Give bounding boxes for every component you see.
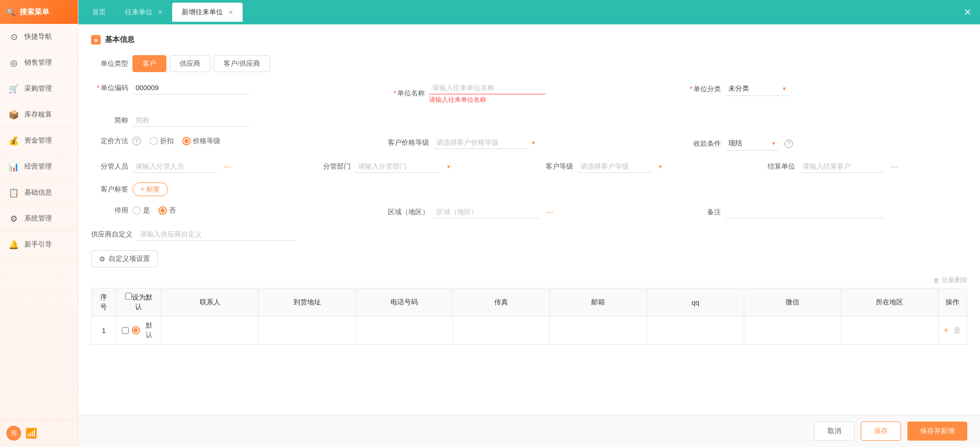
manager-row: 分管人员 ··· 分管部门 ▼ 客户等级 ▼ 结算单位 bbox=[91, 160, 967, 173]
tab-new-partner[interactable]: 新增往来单位 ✕ bbox=[172, 3, 243, 22]
region-group: 区域（地区） ··· bbox=[388, 206, 671, 218]
cell-wechat[interactable] bbox=[744, 317, 841, 345]
user-avatar[interactable]: 用 bbox=[6, 426, 21, 441]
contact-input[interactable] bbox=[167, 327, 253, 335]
supplier-custom-row: 供应商自定义 bbox=[91, 228, 967, 241]
sidebar-item-basic-info[interactable]: 📋 基础信息 bbox=[0, 180, 78, 206]
qq-input[interactable] bbox=[653, 327, 738, 335]
settlement-unit-more-btn[interactable]: ··· bbox=[888, 161, 901, 172]
customer-level-label: 客户等级 bbox=[536, 162, 573, 171]
cell-phone[interactable] bbox=[355, 317, 452, 345]
pricing-discount-radio[interactable]: 折扣 bbox=[149, 136, 174, 146]
unit-type-buttons: 客户 供应商 客户/供应商 bbox=[132, 55, 270, 72]
customer-price-level-input[interactable] bbox=[433, 136, 529, 149]
section-icon: ■ bbox=[91, 35, 101, 45]
tab-new-partner-label: 新增往来单位 bbox=[182, 7, 223, 17]
sidebar-item-finance[interactable]: 💰 资金管理 bbox=[0, 128, 78, 154]
short-name-input[interactable] bbox=[132, 114, 249, 127]
region-more-btn[interactable]: ··· bbox=[544, 207, 556, 218]
row-add-btn[interactable]: + bbox=[944, 326, 949, 335]
customer-price-level-group: 客户价格等级 ▼ bbox=[388, 136, 671, 149]
cell-address[interactable] bbox=[259, 317, 355, 345]
sidebar-label-finance: 资金管理 bbox=[24, 136, 52, 145]
department-label: 分管部门 bbox=[314, 162, 351, 171]
tab-partners[interactable]: 往来单位 ✕ bbox=[115, 3, 172, 22]
type-btn-supplier[interactable]: 供应商 bbox=[170, 55, 210, 72]
region-input[interactable] bbox=[433, 206, 539, 218]
unit-code-group: *单位编码 bbox=[91, 82, 375, 94]
col-actions: 操作 bbox=[938, 288, 967, 317]
sidebar-item-guide[interactable]: 🔔 新手引导 bbox=[0, 232, 78, 258]
sidebar-search[interactable]: 🔍 搜索菜单 bbox=[0, 0, 78, 24]
row-default-circle bbox=[132, 326, 140, 335]
code-name-category-row: *单位编码 *单位名称 请输入往来单位名称 *单位分类 未分类 ▼ bbox=[91, 82, 967, 104]
unit-name-field-wrapper: 请输入往来单位名称 bbox=[429, 82, 546, 104]
settlement-unit-input[interactable] bbox=[799, 160, 884, 173]
pricing-level-radio[interactable]: 价格等级 bbox=[182, 136, 220, 146]
sidebar-item-system[interactable]: ⚙ 系统管理 bbox=[0, 206, 78, 232]
wechat-input[interactable] bbox=[750, 327, 835, 335]
customer-level-group: 客户等级 ▼ bbox=[536, 160, 745, 173]
sidebar-item-sales[interactable]: ◎ 销售管理 bbox=[0, 50, 78, 76]
save-new-button[interactable]: 保存并新增 bbox=[907, 422, 967, 441]
row-default-radio[interactable]: 默认 bbox=[132, 321, 156, 340]
email-input[interactable] bbox=[555, 327, 641, 335]
cell-qq[interactable] bbox=[647, 317, 744, 345]
remark-input[interactable] bbox=[725, 206, 884, 218]
table-header: 序号 设为默认 联系人 到货地址 电话号码 传真 邮箱 qq 微信 所在地区 操… bbox=[92, 288, 967, 317]
sidebar-label-inventory: 库存核算 bbox=[24, 110, 52, 119]
phone-input[interactable] bbox=[361, 327, 447, 335]
add-tag-button[interactable]: + 标签 bbox=[132, 182, 168, 196]
disabled-yes-radio[interactable]: 是 bbox=[132, 206, 150, 215]
payment-terms-select-wrapper: 现结 ▼ bbox=[725, 136, 778, 151]
region-cell-input[interactable] bbox=[847, 327, 932, 335]
table-body: 1 默认 bbox=[92, 317, 967, 345]
sidebar: 🔍 搜索菜单 ⊙ 快捷导航 ◎ 销售管理 🛒 采购管理 📦 库存核算 💰 资金管… bbox=[0, 0, 78, 447]
cell-region[interactable] bbox=[841, 317, 938, 345]
tab-new-partner-close[interactable]: ✕ bbox=[228, 10, 233, 15]
manager-more-btn[interactable]: ··· bbox=[221, 161, 234, 172]
customer-level-arrow: ▼ bbox=[658, 164, 663, 170]
custom-settings-button[interactable]: ⚙ 自定义项设置 bbox=[91, 250, 158, 267]
supplier-custom-group: 供应商自定义 bbox=[91, 228, 967, 241]
row-actions: + 🗑 bbox=[944, 326, 961, 335]
customer-level-input[interactable] bbox=[577, 160, 652, 173]
cell-fax[interactable] bbox=[452, 317, 549, 345]
unit-category-group: *单位分类 未分类 ▼ bbox=[684, 82, 967, 96]
tab-partners-close[interactable]: ✕ bbox=[158, 10, 163, 15]
address-input[interactable] bbox=[264, 327, 350, 335]
pricing-help-icon[interactable]: ? bbox=[132, 137, 141, 145]
cell-email[interactable] bbox=[550, 317, 647, 345]
supplier-custom-input[interactable] bbox=[137, 228, 296, 241]
row-delete-btn[interactable]: 🗑 bbox=[953, 326, 961, 335]
cell-contact[interactable] bbox=[162, 317, 259, 345]
col-contact: 联系人 bbox=[162, 288, 259, 317]
sidebar-search-label: 搜索菜单 bbox=[20, 7, 49, 17]
sidebar-item-operations[interactable]: 📊 经营管理 bbox=[0, 154, 78, 180]
manager-input[interactable] bbox=[132, 160, 217, 173]
row-checkbox[interactable] bbox=[122, 327, 129, 334]
table-header-row: 序号 设为默认 联系人 到货地址 电话号码 传真 邮箱 qq 微信 所在地区 操… bbox=[92, 288, 967, 317]
select-all-checkbox[interactable] bbox=[125, 293, 132, 300]
department-input[interactable] bbox=[355, 160, 440, 173]
type-btn-both[interactable]: 客户/供应商 bbox=[213, 55, 270, 72]
unit-code-input[interactable] bbox=[132, 82, 249, 94]
save-button[interactable]: 保存 bbox=[861, 422, 901, 441]
disabled-group: 停用 是 否 bbox=[91, 206, 375, 215]
tab-home[interactable]: 首页 bbox=[83, 3, 115, 22]
disabled-no-circle bbox=[158, 206, 167, 215]
disabled-no-radio[interactable]: 否 bbox=[158, 206, 176, 215]
customer-price-level-label: 客户价格等级 bbox=[388, 138, 429, 147]
unit-name-input[interactable] bbox=[429, 82, 546, 94]
sidebar-stats-icon: 📶 bbox=[25, 427, 37, 439]
type-btn-customer[interactable]: 客户 bbox=[132, 55, 166, 72]
payment-terms-help[interactable]: ? bbox=[785, 139, 793, 148]
sidebar-item-purchase[interactable]: 🛒 采购管理 bbox=[0, 76, 78, 102]
pricing-row: 定价方法 ? 折扣 价格等级 客户价格等级 bbox=[91, 136, 967, 151]
col-region: 所在地区 bbox=[841, 288, 938, 317]
tab-bar-close-btn[interactable]: ✕ bbox=[959, 6, 976, 18]
cancel-button[interactable]: 取消 bbox=[814, 422, 854, 441]
fax-input[interactable] bbox=[458, 327, 544, 335]
sidebar-item-inventory[interactable]: 📦 库存核算 bbox=[0, 102, 78, 128]
sidebar-item-quick-nav[interactable]: ⊙ 快捷导航 bbox=[0, 24, 78, 50]
